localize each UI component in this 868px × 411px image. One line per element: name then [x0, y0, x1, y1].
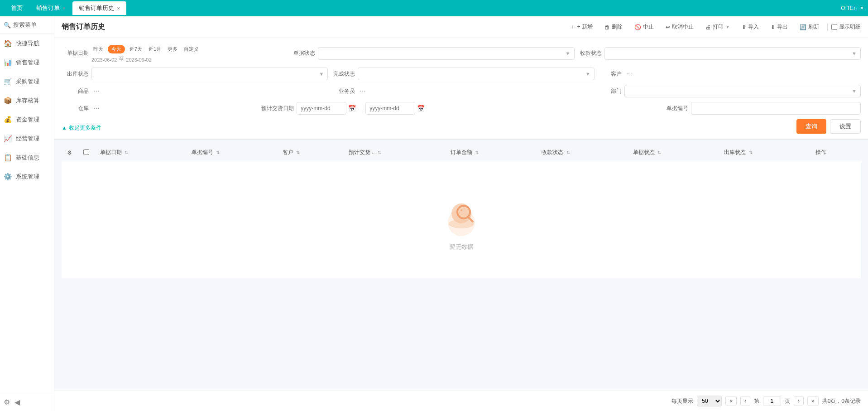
sidebar-search[interactable]: 🔍 搜索菜单	[0, 16, 54, 34]
date-tag-today[interactable]: 今天	[108, 45, 125, 53]
add-button[interactable]: ＋ + 新增	[566, 21, 597, 33]
filter-doc-status-select[interactable]: ▼	[318, 47, 575, 60]
sidebar-item-system[interactable]: ⚙️ 系统管理	[0, 167, 54, 186]
filter-date-to-text: 2023-06-02	[126, 57, 151, 63]
collapse-icon: ▲	[62, 125, 67, 131]
svg-point-7	[458, 213, 460, 214]
date-range-sep: —	[358, 105, 364, 112]
page-last-button[interactable]: »	[807, 396, 819, 406]
import-button[interactable]: ⬆ 导入	[737, 21, 763, 33]
date-tag-7days[interactable]: 近7天	[128, 45, 144, 53]
filter-expected-date-from[interactable]	[297, 102, 346, 115]
export-label: 导出	[777, 23, 788, 31]
search-button[interactable]: 查询	[796, 119, 826, 134]
sidebar-item-basic-info[interactable]: 📋 基础信息	[0, 148, 54, 167]
filter-warehouse-dots[interactable]: ···	[91, 104, 101, 112]
window-close-btn[interactable]: ×	[860, 5, 863, 11]
sidebar-item-quick-nav[interactable]: 🏠 快捷导航	[0, 34, 54, 53]
sidebar-item-basic-info-label: 基础信息	[16, 154, 39, 162]
filter-pay-status-select[interactable]: ▼	[604, 47, 861, 60]
page-prev-button[interactable]: ‹	[740, 396, 750, 406]
out-status-chevron-icon: ▼	[319, 71, 324, 77]
delete-button[interactable]: 🗑 删除	[600, 21, 627, 33]
print-button[interactable]: 🖨 打印 ▼	[701, 21, 734, 33]
table-col-customer[interactable]: 客户 ⇅	[277, 144, 343, 161]
tab-sales-order[interactable]: 销售订单 ×	[30, 1, 72, 15]
collapse-button[interactable]: ▲ 收起更多条件	[62, 124, 101, 132]
tab-sales-history[interactable]: 销售订单历史 ×	[72, 1, 126, 15]
filter-customer: 客户 ···	[595, 70, 861, 78]
filter-goods-dots[interactable]: ···	[91, 87, 101, 95]
table-col-order-amount[interactable]: 订单金额 ⇅	[445, 144, 537, 161]
table-col-expected-date[interactable]: 预计交货... ⇅	[343, 144, 445, 161]
sidebar-item-inventory[interactable]: 📦 库存核算	[0, 91, 54, 110]
tab-home[interactable]: 首页	[5, 1, 29, 15]
page-number-input[interactable]	[763, 396, 781, 406]
table-col-doc-date[interactable]: 单据日期 ⇅	[95, 144, 186, 161]
filter-area: 单据日期 昨天 今天 近7天 近1月 更多 自定义 2023-06-02 至	[54, 38, 868, 140]
filter-complete-status-select[interactable]: ▼	[358, 68, 594, 80]
date-tag-more[interactable]: 更多	[166, 45, 179, 53]
table-col-doc-no[interactable]: 单据编号 ⇅	[186, 144, 278, 161]
date-tag-1month[interactable]: 近1月	[147, 45, 163, 53]
filter-expected-date: 预计交货日期 📅 — 📅	[261, 102, 661, 115]
toolbar-divider	[827, 24, 828, 31]
filter-row-3: 商品 ··· 业务员 ··· 部门 ▼	[62, 85, 861, 97]
quick-nav-icon: 🏠	[4, 39, 12, 48]
filter-warehouse: 仓库 ···	[62, 104, 261, 112]
sidebar-item-sales[interactable]: 📊 销售管理	[0, 53, 54, 72]
filter-doc-no-input[interactable]	[691, 102, 861, 115]
per-page-select[interactable]: 10 20 50 100	[697, 396, 722, 406]
cancel-stop-button[interactable]: ↩ 取消中止	[661, 21, 698, 33]
sidebar-collapse-icon[interactable]: ◀	[14, 398, 20, 406]
sidebar-search-label: 搜索菜单	[13, 21, 37, 29]
col-customer-label: 客户	[283, 149, 293, 155]
sidebar-settings-icon[interactable]: ⚙	[4, 398, 10, 406]
filter-doc-no: 单据编号	[661, 102, 861, 115]
show-detail-checkbox[interactable]	[831, 24, 837, 30]
sales-icon: 📊	[4, 58, 12, 67]
content-area: 销售订单历史 ＋ + 新增 🗑 删除 🚫 中止 ↩ 取消中止	[54, 16, 868, 411]
export-button[interactable]: ⬇ 导出	[766, 21, 792, 33]
filter-date: 单据日期 昨天 今天 近7天 近1月 更多 自定义 2023-06-02 至	[62, 44, 288, 63]
calendar-from-icon[interactable]: 📅	[348, 105, 356, 112]
sidebar-item-operations[interactable]: 📈 经营管理	[0, 129, 54, 148]
print-icon: 🖨	[705, 24, 711, 30]
page-first-button[interactable]: «	[725, 396, 737, 406]
filter-out-status-select[interactable]: ▼	[91, 68, 328, 80]
cancel-stop-icon: ↩	[666, 24, 670, 30]
collapse-label: 收起更多条件	[69, 124, 101, 132]
date-tag-custom[interactable]: 自定义	[182, 45, 201, 53]
settings-filter-button[interactable]: 设置	[830, 119, 861, 134]
add-icon: ＋	[570, 23, 575, 31]
page-next-button[interactable]: ›	[794, 396, 804, 406]
filter-goods: 商品 ···	[62, 87, 328, 95]
col-doc-date-label: 单据日期	[100, 149, 122, 155]
filter-dept-select[interactable]: ▼	[624, 85, 861, 97]
tab-sales-history-close[interactable]: ×	[117, 5, 120, 11]
stop-button[interactable]: 🚫 中止	[630, 21, 658, 33]
per-page-label: 每页显示	[671, 397, 693, 405]
table-select-all-checkbox[interactable]	[83, 149, 89, 155]
table-col-settings[interactable]: ⚙	[62, 144, 78, 161]
filter-complete-status-label: 完成状态	[328, 70, 355, 78]
sidebar-item-purchase[interactable]: 🛒 采购管理	[0, 72, 54, 91]
complete-status-chevron-icon: ▼	[585, 71, 590, 77]
refresh-button[interactable]: 🔄 刷新	[795, 21, 824, 33]
tab-sales-order-close[interactable]: ×	[62, 5, 65, 11]
table-col-out-status[interactable]: 出库状态 ⇅	[719, 144, 810, 161]
filter-pay-status-label: 收款状态	[575, 49, 602, 57]
page-go-suffix: 页	[785, 397, 790, 405]
filter-expected-date-to[interactable]	[365, 102, 415, 115]
filter-salesman-dots[interactable]: ···	[358, 87, 367, 95]
table-col-doc-status[interactable]: 单据状态 ⇅	[628, 144, 719, 161]
sidebar-item-quick-nav-label: 快捷导航	[16, 39, 39, 48]
table-col-pay-status[interactable]: 收款状态 ⇅	[536, 144, 628, 161]
filter-customer-dots[interactable]: ···	[624, 70, 634, 78]
tab-sales-order-label: 销售订单	[36, 4, 60, 12]
show-detail-checkbox-label[interactable]: 显示明细	[831, 23, 861, 31]
svg-point-5	[460, 209, 462, 211]
sidebar-item-finance[interactable]: 💰 资金管理	[0, 110, 54, 129]
calendar-to-icon[interactable]: 📅	[417, 105, 425, 112]
date-tag-yesterday[interactable]: 昨天	[91, 45, 105, 53]
